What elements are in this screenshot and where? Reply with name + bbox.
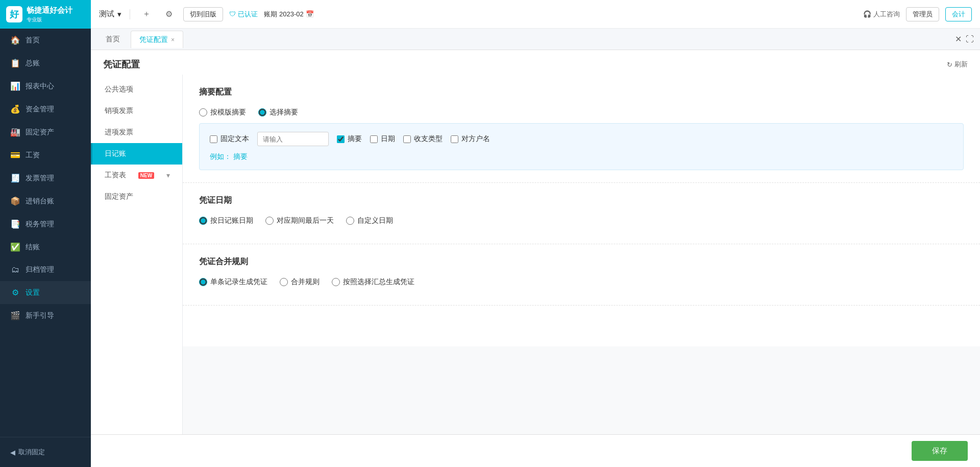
left-nav-sales-invoice-label: 销项发票	[105, 106, 133, 114]
radio-merge-rule[interactable]: 合并规则	[280, 277, 320, 287]
radio-template-label: 按模版摘要	[210, 108, 246, 117]
sidebar-item-settings[interactable]: ⚙ 设置	[0, 281, 91, 304]
company-selector[interactable]: 测试 ▾	[99, 9, 121, 19]
sidebar-item-archive[interactable]: 🗂 归档管理	[0, 259, 91, 281]
page-footer: 保存	[91, 434, 980, 467]
switch-version-btn[interactable]: 切到旧版	[183, 7, 223, 21]
checkbox-payment-type[interactable]: 收支类型	[403, 134, 443, 144]
radio-single[interactable]: 单条记录生成凭证	[199, 277, 267, 287]
sidebar-label-invoice: 发票管理	[26, 174, 54, 183]
sidebar-item-tax[interactable]: 📑 税务管理	[0, 213, 91, 236]
checkbox-date[interactable]: 日期	[370, 134, 395, 144]
refresh-btn[interactable]: ↻ 刷新	[947, 60, 968, 69]
date-section: 凭证日期 按日记账日期 对应期间最后一天	[183, 183, 980, 244]
tax-icon: 📑	[10, 219, 20, 229]
tab-home-label: 首页	[106, 35, 120, 44]
sidebar-item-capital[interactable]: 💰 资金管理	[0, 98, 91, 121]
left-nav-purchase-invoice-label: 进项发票	[105, 128, 133, 136]
checkbox-fixed-text-input[interactable]	[210, 135, 217, 143]
tab-close-btn[interactable]: ×	[171, 36, 175, 43]
radio-journal-date[interactable]: 按日记账日期	[199, 216, 253, 225]
cancel-fixed-icon: ◀	[10, 449, 15, 456]
accountant-btn[interactable]: 会计	[945, 7, 972, 21]
sidebar-item-home[interactable]: 🏠 首页	[0, 29, 91, 52]
radio-custom-date-input[interactable]	[346, 217, 354, 225]
summary-config-row: 固定文本 摘要 日期	[210, 132, 953, 146]
radio-select-merge-input[interactable]	[332, 278, 340, 286]
radio-select-merge[interactable]: 按照选择汇总生成凭证	[332, 277, 414, 287]
radio-merge-rule-input[interactable]	[280, 278, 288, 286]
capital-icon: 💰	[10, 104, 20, 114]
sidebar-item-reports[interactable]: 📊 报表中心	[0, 75, 91, 98]
left-nav-journal-label: 日记账	[105, 149, 126, 157]
checkbox-summary[interactable]: 摘要	[337, 134, 362, 144]
sidebar-item-invoice[interactable]: 🧾 发票管理	[0, 167, 91, 190]
help-label: 人工咨询	[873, 10, 900, 19]
certified-icon: 🛡	[229, 10, 236, 18]
settings-gear-btn[interactable]: ⚙	[161, 6, 177, 22]
sidebar-item-guide[interactable]: 🎬 新手引导	[0, 304, 91, 327]
left-nav-payroll[interactable]: 工资表 NEW ▾	[91, 165, 182, 186]
sidebar-item-salary[interactable]: 💳 工资	[0, 144, 91, 167]
save-btn[interactable]: 保存	[912, 441, 968, 461]
company-dropdown-icon: ▾	[117, 10, 121, 19]
sidebar-item-checkout[interactable]: ✅ 结账	[0, 236, 91, 259]
radio-period-last-input[interactable]	[265, 217, 274, 225]
checkbox-date-label: 日期	[381, 134, 395, 144]
summary-config-box: 固定文本 摘要 日期	[199, 123, 964, 170]
checkbox-fixed-text[interactable]: 固定文本	[210, 134, 249, 144]
sidebar-item-fixed[interactable]: 🏭 固定资产	[0, 121, 91, 144]
tab-voucher-config[interactable]: 凭证配置 ×	[131, 31, 183, 48]
cancel-fixed-btn[interactable]: ◀ 取消固定	[0, 442, 91, 462]
radio-journal-date-input[interactable]	[199, 217, 207, 225]
radio-custom-date[interactable]: 自定义日期	[346, 216, 393, 225]
radio-single-input[interactable]	[199, 278, 207, 286]
home-icon: 🏠	[10, 35, 20, 45]
sales-icon: 📦	[10, 196, 20, 206]
period-label: 账期	[264, 10, 277, 19]
radio-template-input[interactable]	[199, 108, 207, 116]
radio-template[interactable]: 按模版摘要	[199, 108, 246, 117]
right-panel: 摘要配置 按模版摘要 选择摘要	[183, 75, 980, 434]
left-nav-public[interactable]: 公共选项	[91, 79, 182, 100]
fullscreen-btn[interactable]: ⛶	[966, 35, 974, 44]
checkbox-payment-type-label: 收支类型	[414, 134, 443, 144]
admin-btn[interactable]: 管理员	[906, 7, 939, 21]
checkbox-counterparty[interactable]: 对方户名	[451, 134, 490, 144]
calendar-icon[interactable]: 📅	[306, 10, 314, 18]
archive-icon: 🗂	[10, 265, 20, 274]
left-nav-sales-invoice[interactable]: 销项发票	[91, 100, 182, 122]
help-btn[interactable]: 🎧 人工咨询	[863, 10, 900, 19]
checkout-icon: ✅	[10, 242, 20, 252]
ledger-icon: 📋	[10, 58, 20, 68]
add-btn[interactable]: ＋	[138, 6, 155, 22]
checkbox-counterparty-input[interactable]	[451, 135, 458, 143]
radio-period-last[interactable]: 对应期间最后一天	[265, 216, 334, 225]
radio-select-input[interactable]	[258, 108, 266, 116]
fixed-text-input[interactable]	[257, 132, 329, 146]
merge-section: 凭证合并规则 单条记录生成凭证 合并规则	[183, 244, 980, 306]
tabbar: 首页 凭证配置 × ✕ ⛶	[91, 29, 980, 50]
checkbox-summary-input[interactable]	[337, 135, 345, 143]
sidebar-item-ledger[interactable]: 📋 总账	[0, 52, 91, 75]
left-nav: 公共选项 销项发票 进项发票 日记账 工资表 NEW ▾	[91, 75, 183, 434]
merge-radio-group: 单条记录生成凭证 合并规则 按照选择汇总生成凭证	[199, 277, 964, 287]
salary-icon: 💳	[10, 150, 20, 160]
sidebar-nav: 🏠 首页 📋 总账 📊 报表中心 💰 资金管理 🏭 固定资产 💳 工资 🧾 发票…	[0, 29, 91, 437]
radio-select[interactable]: 选择摘要	[258, 108, 298, 117]
checkbox-payment-type-input[interactable]	[403, 135, 411, 143]
sidebar-item-sales[interactable]: 📦 进销台账	[0, 190, 91, 213]
sidebar-label-archive: 归档管理	[26, 265, 54, 274]
example-value: 摘要	[233, 152, 248, 160]
tab-home[interactable]: 首页	[97, 31, 129, 48]
left-nav-purchase-invoice[interactable]: 进项发票	[91, 122, 182, 143]
page-title: 凭证配置	[103, 58, 140, 71]
left-nav-fixed-assets[interactable]: 固定资产	[91, 186, 182, 207]
close-window-btn[interactable]: ✕	[955, 34, 962, 44]
logo-badge: 专业版	[27, 16, 72, 24]
radio-merge-rule-label: 合并规则	[291, 277, 320, 287]
left-nav-journal[interactable]: 日记账	[91, 143, 182, 165]
checkbox-date-input[interactable]	[370, 135, 378, 143]
example-text: 例如： 摘要	[210, 152, 953, 161]
sidebar-label-salary: 工资	[26, 151, 40, 160]
